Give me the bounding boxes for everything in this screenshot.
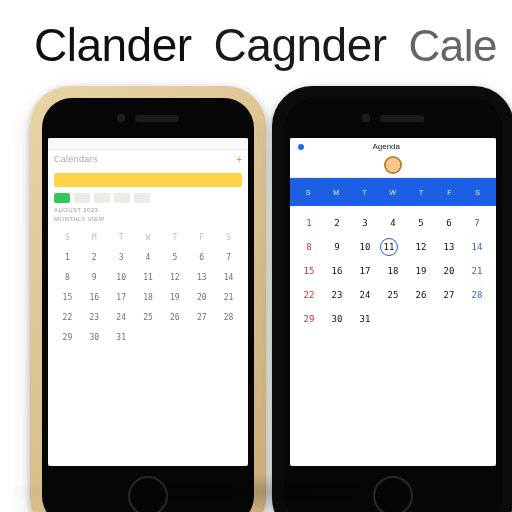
calendar-cell[interactable] — [408, 310, 434, 328]
calendar-cell[interactable] — [190, 329, 213, 345]
status-bar — [48, 138, 248, 150]
floor-shadow — [0, 472, 512, 512]
calendar-cell[interactable]: 20 — [190, 289, 213, 305]
calendar-cell[interactable]: 12 — [408, 238, 434, 256]
weekday-label: W — [381, 189, 405, 196]
phone-right-screen[interactable]: Agenda SMTWTFS 1234567891011121314151617… — [290, 138, 496, 466]
calendar-cell[interactable]: 15 — [296, 262, 322, 280]
calendar-cell[interactable]: 1 — [296, 214, 322, 232]
calendar-cell[interactable]: 23 — [324, 286, 350, 304]
calendar-cell[interactable]: 22 — [56, 309, 79, 325]
calendar-cell[interactable]: 17 — [110, 289, 133, 305]
calendar-cell[interactable]: 16 — [324, 262, 350, 280]
calendar-cell[interactable]: 20 — [436, 262, 462, 280]
calendar-cell[interactable]: 15 — [56, 289, 79, 305]
segment[interactable] — [114, 193, 130, 203]
weekday-label: M — [83, 229, 106, 245]
calendar-cell[interactable]: 24 — [110, 309, 133, 325]
segment-active[interactable] — [54, 193, 70, 203]
calendar-cell[interactable]: 27 — [190, 309, 213, 325]
calendar-cell[interactable]: 30 — [324, 310, 350, 328]
calendar-cell[interactable]: 27 — [436, 286, 462, 304]
calendar-cell[interactable]: 25 — [137, 309, 160, 325]
calendar-cell[interactable]: 3 — [352, 214, 378, 232]
left-calendar-grid[interactable]: SMTWTFS123456789101112131415161718192021… — [48, 223, 248, 351]
left-header: Calendars + — [48, 150, 248, 169]
calendar-cell[interactable]: 14 — [464, 238, 490, 256]
plus-icon[interactable]: + — [236, 154, 242, 165]
calendar-cell[interactable]: 6 — [190, 249, 213, 265]
calendar-cell[interactable]: 7 — [464, 214, 490, 232]
calendar-cell[interactable]: 4 — [137, 249, 160, 265]
avatar[interactable] — [384, 156, 402, 174]
segment[interactable] — [134, 193, 150, 203]
right-calendar-grid[interactable]: 1234567891011121314151617181920212223242… — [290, 206, 496, 336]
calendar-cell[interactable]: 11 — [380, 238, 398, 256]
calendar-cell[interactable]: 31 — [110, 329, 133, 345]
calendar-cell[interactable]: 13 — [436, 238, 462, 256]
segmented-row[interactable] — [48, 191, 248, 205]
earpiece-icon — [135, 115, 179, 122]
phone-stage: Calendars + AUGUST 2023 MONTHLY VIEW SMT… — [0, 86, 512, 512]
right-header-title: Agenda — [372, 142, 400, 151]
calendar-cell[interactable]: 24 — [352, 286, 378, 304]
calendar-cell[interactable]: 9 — [83, 269, 106, 285]
calendar-cell[interactable]: 16 — [83, 289, 106, 305]
calendar-cell[interactable]: 29 — [296, 310, 322, 328]
calendar-cell[interactable]: 26 — [163, 309, 186, 325]
highlight-bar[interactable] — [54, 173, 242, 187]
calendar-cell[interactable]: 5 — [163, 249, 186, 265]
weekday-label: T — [353, 189, 377, 196]
calendar-cell[interactable]: 8 — [296, 238, 322, 256]
calendar-cell[interactable]: 10 — [352, 238, 378, 256]
calendar-cell[interactable]: 21 — [464, 262, 490, 280]
calendar-cell[interactable]: 31 — [352, 310, 378, 328]
calendar-cell[interactable]: 14 — [217, 269, 240, 285]
calendar-cell[interactable]: 29 — [56, 329, 79, 345]
calendar-cell[interactable]: 6 — [436, 214, 462, 232]
phone-left-bezel: Calendars + AUGUST 2023 MONTHLY VIEW SMT… — [42, 98, 254, 512]
calendar-cell[interactable]: 3 — [110, 249, 133, 265]
phone-left-screen[interactable]: Calendars + AUGUST 2023 MONTHLY VIEW SMT… — [48, 138, 248, 466]
calendar-cell[interactable]: 18 — [137, 289, 160, 305]
weekday-label: S — [466, 189, 490, 196]
calendar-cell[interactable]: 1 — [56, 249, 79, 265]
calendar-cell[interactable]: 28 — [217, 309, 240, 325]
calendar-cell[interactable]: 4 — [380, 214, 406, 232]
calendar-cell[interactable]: 8 — [56, 269, 79, 285]
calendar-cell[interactable]: 10 — [110, 269, 133, 285]
right-header: Agenda — [290, 138, 496, 178]
calendar-cell[interactable] — [436, 310, 462, 328]
calendar-cell[interactable]: 2 — [324, 214, 350, 232]
calendar-cell[interactable]: 7 — [217, 249, 240, 265]
calendar-cell[interactable]: 22 — [296, 286, 322, 304]
segment[interactable] — [94, 193, 110, 203]
calendar-cell[interactable]: 25 — [380, 286, 406, 304]
calendar-cell[interactable]: 17 — [352, 262, 378, 280]
calendar-cell[interactable] — [380, 310, 406, 328]
calendar-cell[interactable]: 26 — [408, 286, 434, 304]
calendar-cell[interactable]: 18 — [380, 262, 406, 280]
calendar-cell[interactable]: 2 — [83, 249, 106, 265]
calendar-cell[interactable]: 21 — [217, 289, 240, 305]
calendar-cell[interactable]: 5 — [408, 214, 434, 232]
calendar-cell[interactable] — [217, 329, 240, 345]
calendar-cell[interactable]: 23 — [83, 309, 106, 325]
calendar-cell[interactable]: 11 — [137, 269, 160, 285]
weekday-band: SMTWTFS — [290, 178, 496, 206]
calendar-cell[interactable]: 19 — [408, 262, 434, 280]
calendar-cell[interactable]: 19 — [163, 289, 186, 305]
calendar-cell[interactable]: 30 — [83, 329, 106, 345]
calendar-cell[interactable]: 28 — [464, 286, 490, 304]
weekday-label: S — [56, 229, 79, 245]
calendar-cell[interactable] — [137, 329, 160, 345]
calendar-cell[interactable] — [163, 329, 186, 345]
weekday-label: F — [437, 189, 461, 196]
segment[interactable] — [74, 193, 90, 203]
calendar-cell[interactable]: 13 — [190, 269, 213, 285]
calendar-cell[interactable]: 9 — [324, 238, 350, 256]
calendar-cell[interactable] — [464, 310, 490, 328]
camera-icon — [117, 114, 125, 122]
calendar-cell[interactable]: 12 — [163, 269, 186, 285]
phone-right-top — [284, 98, 502, 138]
